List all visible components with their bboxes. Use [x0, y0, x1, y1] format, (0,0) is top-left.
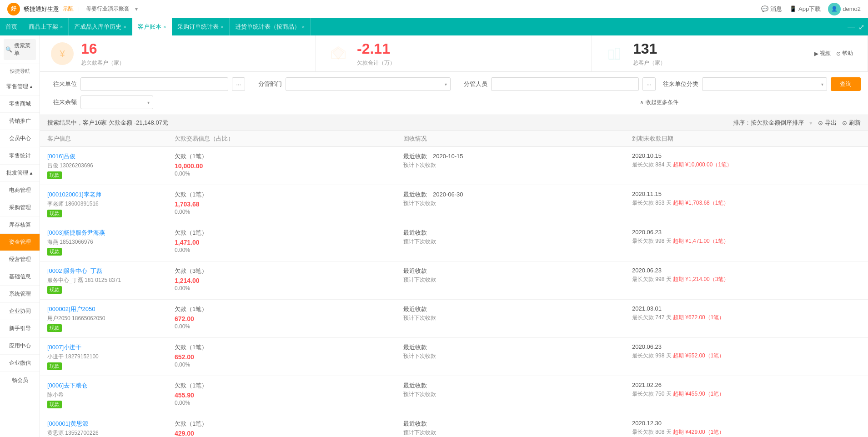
- filter-dept-select-wrap: ▾: [286, 77, 450, 91]
- tab-label: 产成品入库单历史: [74, 23, 121, 31]
- customer-name-6[interactable]: [0006]去下粮仓: [47, 382, 175, 390]
- result-bar: 搜索结果中，客户16家 欠款金额 -21,148.07元 排序：按欠款金额倒序排…: [40, 115, 868, 131]
- overdue-link-3[interactable]: 超期 ¥1,214.00（3笔）: [673, 276, 729, 282]
- sidebar-item-enterprise-collab[interactable]: 企业协同: [0, 303, 40, 320]
- help-btn[interactable]: ⊙ 帮助: [836, 50, 853, 57]
- tab-maximize-btn[interactable]: ⤢: [858, 23, 864, 31]
- logo-icon: 好: [7, 3, 20, 15]
- customer-name-3[interactable]: [0002]服务中心_丁磊: [47, 267, 175, 275]
- export-btn[interactable]: ⊙ 导出: [818, 119, 837, 127]
- refresh-btn[interactable]: ⊙ 刷新: [842, 119, 861, 127]
- logo-area: 好 畅捷通好生意 示醒 | 母婴行业演示账套 ▾: [7, 3, 138, 15]
- sidebar-search-btn[interactable]: 🔍搜索菜单: [4, 39, 36, 60]
- view-video-btn[interactable]: ▶ 视频: [814, 50, 831, 57]
- tab-prod-history[interactable]: 产成品入库单历史×: [69, 18, 132, 35]
- tab-close-goods-offshelf[interactable]: ×: [60, 24, 63, 30]
- table-header-col-3: 到期未收款日期: [632, 135, 861, 143]
- cell-debt-1: 欠款（1笔） 1,703.68 0.00%: [175, 191, 403, 215]
- filter-unit-dots-btn[interactable]: ···: [232, 77, 245, 91]
- sidebar-item-ecommerce[interactable]: 电商管理: [0, 182, 40, 199]
- user-avatar-btn[interactable]: 👤 demo2: [828, 3, 861, 15]
- overdue-link-5[interactable]: 超期 ¥652.00（1笔）: [673, 352, 724, 359]
- sidebar-label-ecommerce: 电商管理: [9, 187, 31, 193]
- overdue-link-1[interactable]: 超期 ¥1,703.68（1笔）: [673, 200, 729, 206]
- sidebar-item-retail-mgmt[interactable]: 零售管理▲: [0, 78, 40, 95]
- sidebar-item-member[interactable]: 会员中心: [0, 130, 40, 147]
- tab-close-purchase-order[interactable]: ×: [221, 24, 223, 30]
- tab-minimize-btn[interactable]: —: [848, 23, 855, 31]
- return-next-7: 预计下次收款: [403, 429, 632, 437]
- overdue-link-0[interactable]: 超期 ¥10,000.00（1笔）: [673, 161, 732, 168]
- sidebar-item-purchase[interactable]: 采购管理: [0, 199, 40, 216]
- app-download-btn[interactable]: 📱 App下载: [789, 5, 821, 13]
- tab-close-stock-stat[interactable]: ×: [302, 24, 305, 30]
- sidebar-item-basic[interactable]: 基础信息: [0, 268, 40, 286]
- overdue-link-4[interactable]: 超期 ¥672.00（1笔）: [673, 314, 724, 321]
- filter-manager-dots-btn[interactable]: ···: [642, 77, 656, 91]
- customer-name-5[interactable]: [0007]小迸干: [47, 343, 175, 352]
- table-header: 客户信息欠款交易信息（占比）回收情况到期未收款日期: [40, 131, 868, 147]
- tab-home[interactable]: 首页: [0, 18, 23, 35]
- table-row: [0001020001]李老师 李老师 18600391516 现款 欠款（1笔…: [40, 185, 868, 223]
- search-icon: 🔍: [5, 46, 12, 53]
- sidebar-item-weixin[interactable]: 企业微信: [0, 355, 40, 372]
- debt-count-1: 欠款（1笔）: [175, 191, 403, 199]
- debt-count-6: 欠款（1笔）: [175, 382, 403, 390]
- return-recent-0: 最近收款 2020-10-15: [403, 152, 632, 161]
- tab-close-prod-history[interactable]: ×: [123, 24, 126, 30]
- filter-balance-label: 往来余额: [47, 98, 77, 106]
- filter-manager-input[interactable]: [491, 77, 639, 91]
- sidebar-item-app-center[interactable]: 应用中心: [0, 337, 40, 355]
- collapse-btn[interactable]: ∧ 收起更多条件: [640, 99, 678, 106]
- sidebar-search: 🔍搜索菜单: [0, 35, 40, 64]
- return-recent-5: 最近收款: [403, 343, 632, 352]
- tab-stock-stat[interactable]: 进货单统计表（按商品）×: [230, 18, 311, 35]
- sidebar-item-system[interactable]: 系统管理: [0, 286, 40, 303]
- fast-nav[interactable]: 快捷导航: [0, 64, 40, 78]
- customer-name-2[interactable]: [0003]畅捷服务尹海燕: [47, 229, 175, 237]
- filter-dept-select[interactable]: [286, 77, 450, 91]
- export-icon: ⊙: [818, 120, 823, 126]
- customer-name-7[interactable]: [000001]黄思源: [47, 420, 175, 428]
- debt-pct-6: 0.00%: [175, 400, 403, 406]
- sidebar-item-vip[interactable]: 畅会员: [0, 372, 40, 389]
- search-button[interactable]: 查询: [831, 77, 861, 91]
- overdue-link-7[interactable]: 超期 ¥429.00（1笔）: [673, 429, 724, 435]
- customer-name-4[interactable]: [000002]用户2050: [47, 305, 175, 313]
- cell-debt-3: 欠款（3笔） 1,214.00 0.00%: [175, 267, 403, 291]
- svg-rect-3: [609, 50, 613, 59]
- sidebar-item-retail-stat[interactable]: 零售统计: [0, 147, 40, 165]
- debt-amount-4: 672.00: [175, 315, 403, 322]
- header-right: 💬 消息 📱 App下载 👤 demo2: [761, 3, 861, 15]
- customer-info-7: 黄思源 13552700226: [47, 429, 175, 437]
- tab-goods-offshelf[interactable]: 商品上下架×: [23, 18, 69, 35]
- table-header-col-2: 回收情况: [403, 135, 632, 143]
- store-arrow[interactable]: ▾: [135, 6, 138, 12]
- tab-purchase-order[interactable]: 采购订单统计表×: [172, 18, 229, 35]
- filter-category-select[interactable]: [702, 77, 827, 91]
- overdue-link-2[interactable]: 超期 ¥1,471.00（1笔）: [673, 238, 729, 244]
- message-btn[interactable]: 💬 消息: [761, 5, 782, 13]
- customer-name-1[interactable]: [0001020001]李老师: [47, 191, 175, 199]
- cell-overdue-3: 2020.06.23 最长欠款 998 天 超期 ¥1,214.00（3笔）: [632, 267, 861, 283]
- sidebar-item-retail-store[interactable]: 零售商城: [0, 95, 40, 113]
- customer-name-0[interactable]: [0016]吕俊: [47, 152, 175, 161]
- sidebar-item-guide[interactable]: 新手引导: [0, 320, 40, 337]
- filter-dept: 分管部门 ▾: [252, 77, 450, 91]
- overdue-days-7: 最长欠款 808 天 超期 ¥429.00（1笔）: [632, 428, 861, 436]
- overdue-link-6[interactable]: 超期 ¥455.90（1笔）: [673, 391, 724, 397]
- sidebar-item-batch-mgmt[interactable]: 批发管理▲: [0, 165, 40, 182]
- filter-unit-input[interactable]: [80, 77, 228, 91]
- sidebar-item-finance[interactable]: 资金管理: [0, 234, 40, 251]
- cell-customer-6: [0006]去下粮仓 陈小希 现款: [47, 382, 175, 408]
- avatar: 👤: [828, 3, 841, 15]
- sidebar-item-operation[interactable]: 经营管理: [0, 251, 40, 268]
- overdue-date-2: 2020.06.23: [632, 229, 861, 236]
- return-recent-1: 最近收款 2020-06-30: [403, 191, 632, 199]
- stat-text-1: 16 总欠款客户（家）: [81, 40, 125, 67]
- tab-customer-account[interactable]: 客户账本×: [132, 18, 172, 35]
- sidebar-item-stock[interactable]: 库存核算: [0, 216, 40, 234]
- sidebar-item-marketing[interactable]: 营销推广: [0, 113, 40, 130]
- filter-balance-select[interactable]: [80, 95, 153, 109]
- tab-close-customer-account[interactable]: ×: [163, 24, 166, 30]
